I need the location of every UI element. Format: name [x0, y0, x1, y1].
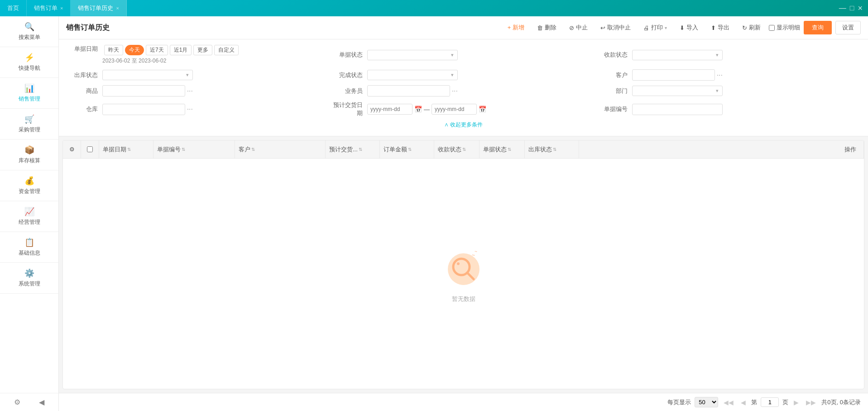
tab-sales-order-history-close[interactable]: × — [116, 5, 119, 11]
sidebar-collapse-icon[interactable]: ◀ — [39, 398, 44, 406]
sidebar-item-quicknav-label: 快捷导航 — [19, 64, 40, 72]
collapse-icon: ∧ — [444, 121, 449, 128]
sidebar-settings-icon[interactable]: ⚙ — [14, 398, 20, 406]
delivery-date-end-calendar-icon[interactable]: 📅 — [479, 106, 486, 113]
col-billno-sort-icon[interactable]: ⇅ — [182, 147, 185, 152]
query-button[interactable]: 查询 — [804, 21, 832, 34]
salesperson-label: 业务员 — [331, 87, 367, 95]
tab-sales-order-close[interactable]: × — [60, 5, 63, 11]
last-page-button[interactable]: ▶▶ — [804, 398, 818, 407]
delivery-date-start[interactable] — [367, 104, 412, 115]
table-settings-icon[interactable]: ⚙ — [69, 146, 75, 153]
complete-status-select[interactable]: ▾ — [367, 70, 458, 80]
tab-sales-order-label: 销售订单 — [34, 4, 58, 12]
window-close-button[interactable]: × — [858, 4, 863, 13]
date-btn-7days[interactable]: 近7天 — [146, 45, 168, 55]
next-page-button[interactable]: ▶ — [792, 398, 801, 407]
import-button[interactable]: ⬇ 导入 — [675, 22, 703, 34]
col-recv-status-sort-icon[interactable]: ⇅ — [462, 147, 466, 152]
customer-input[interactable] — [632, 69, 715, 81]
salesperson-dots[interactable]: ··· — [452, 87, 458, 95]
tab-sales-order-history[interactable]: 销售订单历史 × — [71, 0, 126, 16]
total-label: 共0页, 0条记录 — [821, 398, 861, 406]
bill-status-select[interactable]: ▾ — [367, 50, 458, 60]
dept-select[interactable]: ▾ — [632, 86, 723, 96]
setting-button[interactable]: 设置 — [835, 21, 861, 34]
delivery-date-group: 📅 — 📅 — [367, 104, 486, 115]
sidebar-item-system[interactable]: ⚙️ 系统管理 — [0, 263, 58, 294]
out-status-arrow-icon: ▾ — [186, 72, 189, 78]
table-area: ⚙ 单据日期 ⇅ 单据编号 ⇅ 客户 ⇅ 预计交货... — [62, 140, 864, 389]
print-button[interactable]: 🖨 打印 ▾ — [639, 22, 671, 34]
export-button[interactable]: ⬆ 导出 — [706, 22, 734, 34]
page-size-select[interactable]: 10 20 50 100 — [695, 397, 718, 407]
stop-icon: ⊘ — [569, 24, 574, 31]
customer-dots[interactable]: ··· — [717, 71, 723, 79]
date-btn-1month[interactable]: 近1月 — [170, 45, 192, 55]
delete-button-label: 删除 — [545, 24, 556, 32]
system-icon: ⚙️ — [24, 268, 34, 278]
table-select-all-checkbox[interactable] — [87, 146, 93, 152]
table-col-checkbox[interactable] — [81, 140, 99, 158]
import-icon: ⬇ — [680, 24, 685, 31]
col-amount-sort-icon[interactable]: ⇅ — [408, 147, 412, 152]
display-toggle-checkbox[interactable] — [769, 25, 775, 31]
page-label: 第 — [751, 398, 757, 406]
layout: 🔍 搜索菜单 ⚡ 快捷导航 📊 销售管理 🛒 采购管理 📦 库存核算 💰 资金管… — [0, 16, 868, 411]
bill-status-label: 单据状态 — [331, 51, 367, 59]
print-arrow-icon: ▾ — [665, 25, 667, 30]
stop-button[interactable]: ⊘ 中止 — [565, 22, 592, 34]
warehouse-input[interactable] — [102, 104, 185, 115]
refresh-button-label: 刷新 — [749, 24, 761, 32]
col-customer-sort-icon[interactable]: ⇅ — [251, 147, 255, 152]
minimize-button[interactable]: — — [839, 4, 846, 12]
sidebar-item-basic[interactable]: 📋 基础信息 — [0, 232, 58, 263]
sidebar-item-search[interactable]: 🔍 搜索菜单 — [0, 16, 58, 47]
prev-page-button[interactable]: ◀ — [739, 398, 748, 407]
tab-home[interactable]: 首页 — [0, 0, 27, 16]
collapse-bar[interactable]: ∧ 收起更多条件 — [66, 119, 861, 131]
sidebar-item-inventory[interactable]: 📦 库存核算 — [0, 140, 58, 170]
sidebar-item-purchase[interactable]: 🛒 采购管理 — [0, 109, 58, 140]
col-bill-status-sort-icon[interactable]: ⇅ — [508, 147, 511, 152]
sidebar-item-operation[interactable]: 📈 经营管理 — [0, 201, 58, 232]
delivery-date-end[interactable] — [432, 104, 477, 115]
delete-button[interactable]: 🗑 删除 — [532, 22, 561, 34]
date-btn-today[interactable]: 今天 — [125, 45, 144, 55]
delete-icon: 🗑 — [537, 24, 543, 31]
delivery-date-dash: — — [424, 106, 430, 113]
delivery-date-start-calendar-icon[interactable]: 📅 — [414, 106, 422, 113]
sidebar-bottom: ⚙ ◀ — [0, 393, 58, 411]
top-bar: 首页 销售订单 × 销售订单历史 × — □ × — [0, 0, 868, 16]
new-button[interactable]: + 新增 — [503, 22, 529, 34]
salesperson-input[interactable] — [367, 85, 450, 97]
col-bill-status-label: 单据状态 — [483, 145, 507, 154]
goods-input[interactable] — [102, 85, 185, 97]
page-number-input[interactable] — [761, 397, 779, 407]
warehouse-dots[interactable]: ··· — [187, 105, 193, 113]
sidebar-item-system-label: 系统管理 — [19, 280, 40, 288]
date-btn-custom[interactable]: 自定义 — [214, 45, 239, 55]
recv-status-select[interactable]: ▾ — [632, 50, 723, 60]
col-out-status-sort-icon[interactable]: ⇅ — [553, 147, 556, 152]
customer-label: 客户 — [596, 71, 632, 79]
maximize-button[interactable]: □ — [850, 4, 854, 12]
sidebar-item-finance[interactable]: 💰 资金管理 — [0, 170, 58, 201]
table-col-settings[interactable]: ⚙ — [63, 140, 81, 158]
sidebar-item-quicknav[interactable]: ⚡ 快捷导航 — [0, 47, 58, 78]
goods-dots[interactable]: ··· — [187, 87, 193, 95]
out-status-select[interactable]: ▾ — [102, 70, 193, 80]
date-btn-yesterday[interactable]: 昨天 — [104, 45, 123, 55]
refresh-button[interactable]: ↻ 刷新 — [738, 22, 765, 34]
tab-sales-order[interactable]: 销售订单 × — [27, 0, 71, 16]
first-page-button[interactable]: ◀◀ — [722, 398, 735, 407]
cancel-stop-button[interactable]: ↩ 取消中止 — [596, 22, 635, 34]
col-delivery-sort-icon[interactable]: ⇅ — [359, 147, 362, 152]
sidebar: 🔍 搜索菜单 ⚡ 快捷导航 📊 销售管理 🛒 采购管理 📦 库存核算 💰 资金管… — [0, 16, 59, 411]
col-date-sort-icon[interactable]: ⇅ — [127, 147, 131, 152]
col-ops-label: 操作 — [844, 145, 856, 154]
sidebar-item-sales[interactable]: 📊 销售管理 — [0, 78, 58, 109]
date-btn-more[interactable]: 更多 — [193, 45, 212, 55]
bill-no-input[interactable] — [632, 104, 723, 115]
import-button-label: 导入 — [686, 24, 698, 32]
